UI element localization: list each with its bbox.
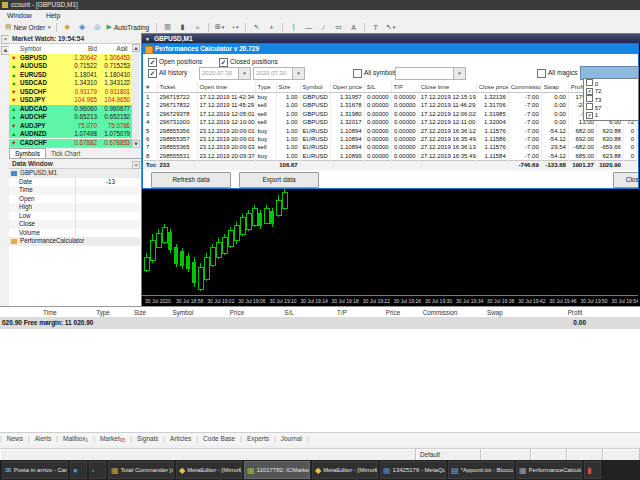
market-watch-row-GBPUSD[interactable]: ▼GBPUSD1.306421.306453 (9, 54, 132, 62)
closed-positions-checkbox[interactable]: ✓ (219, 58, 228, 67)
trade-row[interactable]: 229671783217.12.2019 11:45:29sell1.00GBP… (144, 101, 637, 109)
col-Ticket[interactable]: Ticket (157, 82, 197, 93)
terminal-col-sl[interactable]: S/L (284, 309, 293, 316)
col-Commission[interactable]: Commission (508, 82, 541, 93)
trade-row[interactable]: 829855553123.12.2019 20:09:37buy1.00EURU… (144, 152, 637, 161)
close-button[interactable]: Close (613, 172, 639, 188)
trade-row[interactable]: 129671572217.12.2019 11:42:34buy1.00GBPU… (144, 93, 637, 102)
date-to-dropdown-icon[interactable]: ▾ (292, 67, 305, 80)
magic-option-72[interactable]: ✓ 72 (584, 87, 638, 95)
calculator-titlebar[interactable]: Performances Calculator v 20.729 (143, 44, 638, 54)
data-window-close-icon[interactable]: × (132, 161, 140, 169)
cursor-icon[interactable]: ↖ (250, 21, 263, 33)
taskbar-item-13425176-metaquot[interactable]: ▦13425176 - MetaQuot... (380, 461, 446, 479)
col-T/P[interactable]: T/P (391, 82, 418, 93)
all-magics-checkbox[interactable] (537, 69, 546, 78)
all-symbols-checkbox[interactable] (353, 69, 362, 78)
market-watch-row-AUDNZD[interactable]: ▲AUDNZD1.074981.075079 (9, 130, 132, 138)
magic-option-0[interactable]: 0 (584, 79, 638, 87)
profiles-icon[interactable]: ◆ (61, 21, 74, 33)
trade-row[interactable]: 429673100017.12.2019 12:10:00sell1.00GBP… (144, 118, 637, 126)
market-watch-row-USDCHF[interactable]: ▼USDCHF0.911790.911801 (9, 88, 132, 96)
taskbar-item-metaeditor-mirrore[interactable]: ◆MetaEditor - [MirrorE... (312, 461, 378, 479)
text-tool-icon[interactable]: T (369, 21, 382, 33)
col-Open price[interactable]: Open price (330, 82, 364, 93)
col-Type[interactable]: Type (255, 82, 276, 93)
market-watch-row-USDJPY[interactable]: ▼USDJPY104.965104.9650 (9, 96, 132, 104)
magic-checkbox-72[interactable]: ✓ (586, 88, 593, 95)
terminal-tab-news[interactable]: News (2, 433, 28, 445)
date-from-dropdown-icon[interactable]: ▾ (238, 67, 251, 80)
magic-option-1[interactable]: ✓ 1 (584, 111, 638, 119)
taskbar-item-appunti-txt-blocco[interactable]: ▤*Appunti.txt - Blocco ... (448, 461, 514, 479)
market-watch-list[interactable]: ▼GBPUSD1.306421.306453▲AUDUSD0.715220.71… (9, 54, 132, 147)
indicators-combo[interactable]: ⊞▾ (213, 21, 226, 33)
line-chart-icon[interactable]: ≈ (191, 21, 204, 33)
chart-area[interactable] (142, 187, 638, 295)
terminal-col-swap[interactable]: Swap (487, 309, 503, 316)
refresh-data-button[interactable]: Refresh data (151, 172, 231, 188)
symbols-combobox[interactable] (395, 67, 457, 80)
taskbar-item-tray-alert-icon[interactable]: ▮ (584, 461, 601, 479)
col-Close price[interactable]: Close price (476, 82, 508, 93)
terminal-col-profit[interactable]: Profit (568, 309, 583, 316)
trade-row[interactable]: 629855535723.12.2019 20:09:01buy1.00EURU… (144, 135, 637, 143)
mw-col-spread[interactable]: ! (126, 44, 128, 54)
terminal-tab-articles[interactable]: Articles (165, 433, 196, 445)
terminal-col-price[interactable]: Price (386, 309, 400, 316)
magic-checkbox-73[interactable] (586, 95, 593, 102)
trendline-icon[interactable]: ∕ (317, 21, 330, 33)
trade-row[interactable]: 729855536523.12.2019 20:09:03sell1.00EUR… (144, 143, 637, 151)
taskbar-item-performancecalculat[interactable]: ▦PerformanceCalculat... (516, 461, 582, 479)
text-icon[interactable]: A (347, 21, 360, 33)
col-#[interactable]: # (144, 82, 157, 93)
charts-icon[interactable]: ◉ (76, 21, 89, 33)
market-watch-row-AUDUSD[interactable]: ▲AUDUSD0.715220.715253 (9, 62, 132, 70)
terminal-tab-market[interactable]: Market95 (95, 433, 130, 446)
terminal-tab-signals[interactable]: Signals (132, 433, 163, 445)
rectangle-icon[interactable]: ▭ (332, 21, 345, 33)
vline-icon[interactable]: ∣ (287, 21, 300, 33)
magic-option-73[interactable]: 73 (584, 95, 638, 103)
date-from-field[interactable]: 2020.07.30 (199, 67, 240, 80)
terminal-col-price[interactable]: Price (230, 309, 244, 316)
mw-col-ask[interactable]: Ask (99, 44, 127, 54)
col-Open time[interactable]: Open time (197, 82, 255, 93)
magic-checkbox-0[interactable] (586, 79, 593, 86)
market-watch-scrollbar[interactable]: ▲ ▼ (132, 44, 140, 147)
market-watch-row-AUDJPY[interactable]: ▼AUDJPY75.07075.0766 (9, 122, 132, 130)
taskbar-item-total-commander-x6[interactable]: ▦Total Commander [x6... (108, 461, 174, 479)
mw-col-symbol[interactable]: Symbol (20, 44, 41, 54)
terminal-col-size[interactable]: Size (134, 309, 146, 316)
magic-option-57[interactable]: 57 (584, 103, 638, 111)
trades-table[interactable]: #TicketOpen timeTypeSizeSymbolOpen price… (144, 82, 637, 170)
symbols-combobox-caret-icon[interactable]: ▾ (453, 67, 466, 80)
terminal-tab-experts[interactable]: Experts (242, 433, 274, 445)
terminal-tab-mailbox[interactable]: Mailbox1 (58, 433, 93, 446)
candlestick-icon[interactable]: ▮ (176, 21, 189, 33)
taskbar-item-posta-in-arrivo-carte[interactable]: ✉Posta in arrivo - Carte... (2, 461, 68, 479)
date-to-field[interactable]: 2020.07.30 (253, 67, 294, 80)
bar-chart-icon[interactable]: ▥ (161, 21, 174, 33)
mw-col-bid[interactable]: Bid (69, 44, 97, 54)
terminal-col-type[interactable]: Type (96, 309, 110, 316)
col-Swap[interactable]: Swap (541, 82, 568, 93)
terminal-tab-code-base[interactable]: Code Base (198, 433, 240, 445)
tab-tick-chart[interactable]: Tick Chart (46, 149, 85, 158)
taskbar-item-app-icon[interactable]: ▪ (89, 461, 106, 479)
magic-checkbox-57[interactable] (586, 103, 593, 110)
scrollbar-up-icon[interactable]: ▲ (132, 44, 140, 52)
terminal-col-commission[interactable]: Commission (423, 309, 458, 316)
col-Size[interactable]: Size (276, 82, 300, 93)
terminal-col-symbol[interactable]: Symbol (173, 309, 194, 316)
taskbar-item-metaeditor-mirrore[interactable]: ◆MetaEditor - [MirrorE... (176, 461, 242, 479)
terminal-col-time[interactable]: Time (43, 309, 57, 316)
market-watch-row-USDCAD[interactable]: ▲USDCAD1.343101.343122 (9, 79, 132, 87)
trade-row[interactable]: 329672937817.12.2019 12:05:01sell1.00GBP… (144, 110, 637, 118)
col-Close time[interactable]: Close time (418, 82, 476, 93)
alerts-icon[interactable]: ◎ (91, 21, 104, 33)
col-S/L[interactable]: S/L (364, 82, 391, 93)
market-watch-row-AUDCHF[interactable]: ▲AUDCHF0.652130.652152 (9, 113, 132, 121)
market-watch-row-AUDCAD[interactable]: ▲AUDCAD0.960600.960677 (9, 105, 132, 113)
periods-combo[interactable]: ◔▾ (228, 21, 241, 33)
